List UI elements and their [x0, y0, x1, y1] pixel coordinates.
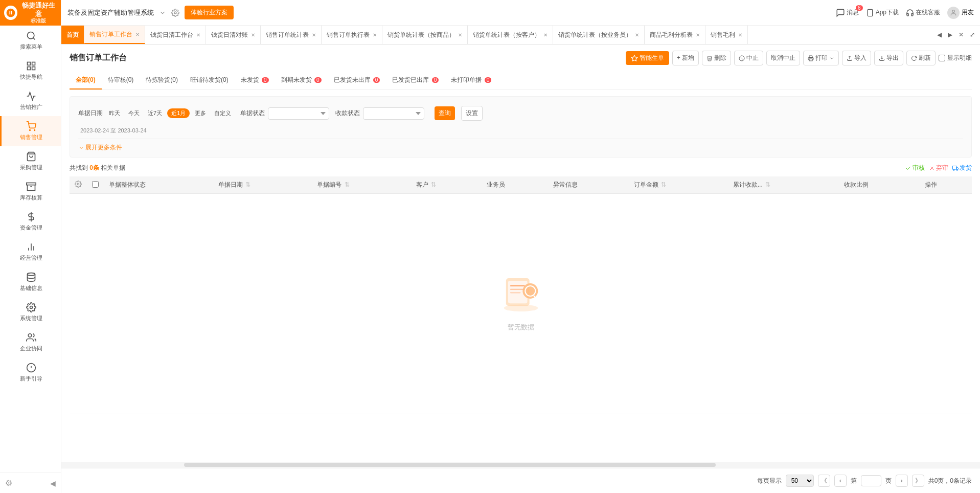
payment-select[interactable]	[363, 107, 424, 120]
tab-close-sales-order-stat[interactable]: ✕	[312, 32, 316, 38]
col-collected[interactable]: 累计收款... ⇅	[728, 176, 839, 194]
tab-cash-goods-account[interactable]: 钱货日清对账 ✕	[206, 26, 261, 44]
sidebar-item-guide[interactable]: 新手引导	[0, 357, 61, 388]
number-sort-icon[interactable]: ⇅	[345, 181, 350, 188]
col-settings[interactable]	[70, 176, 87, 194]
prev-page-btn[interactable]: ‹	[834, 475, 847, 487]
sidebar-settings-icon[interactable]: ⚙	[5, 478, 12, 488]
tab-close-cash-daily-clear[interactable]: ✕	[196, 32, 200, 38]
sub-tab-not-shipped[interactable]: 未发货 0	[235, 72, 275, 89]
date-btn-more[interactable]: 更多	[192, 108, 209, 118]
date-btn-today[interactable]: 今天	[125, 108, 143, 118]
col-customer[interactable]: 客户 ⇅	[411, 176, 482, 194]
tab-close-sales-stat-customer[interactable]: ✕	[543, 32, 548, 38]
next-page-btn[interactable]: ›	[896, 475, 908, 487]
refresh-button[interactable]: 刷新	[906, 51, 936, 65]
sidebar-collapse-icon[interactable]: ◀	[50, 479, 56, 487]
sub-tab-expired-not-shipped[interactable]: 到期未发货 0	[275, 72, 328, 89]
audit-btn[interactable]: 审核	[905, 164, 925, 172]
deliver-btn[interactable]: 发货	[952, 164, 972, 172]
sub-tab-shipped-out[interactable]: 已发货已出库 0	[386, 72, 445, 89]
tab-sales-gross[interactable]: 销售毛利 ✕	[705, 26, 748, 44]
app-download-item[interactable]: App下载	[866, 8, 899, 17]
tab-sales-stat-customer[interactable]: 销货单统计表（按客户） ✕	[468, 26, 553, 44]
online-service-item[interactable]: 在线客服	[906, 8, 940, 17]
tab-next-arrow[interactable]: ▶	[946, 30, 954, 39]
date-btn-1month[interactable]: 近1月	[167, 108, 190, 118]
print-dropdown-icon[interactable]	[829, 56, 834, 61]
tab-sales-order-stat[interactable]: 销售订单统计表 ✕	[261, 26, 322, 44]
sidebar-item-inventory[interactable]: 库存核算	[0, 176, 61, 207]
first-page-btn[interactable]: 《	[818, 475, 830, 487]
tab-close-sales-order-exec[interactable]: ✕	[373, 32, 377, 38]
settings-button[interactable]: 设置	[461, 106, 483, 121]
system-dropdown-icon[interactable]	[159, 9, 166, 16]
tab-prev-arrow[interactable]: ◀	[935, 30, 944, 39]
sidebar-item-basic-info[interactable]: 基础信息	[0, 267, 61, 297]
sidebar-item-marketing[interactable]: 营销推广	[0, 86, 61, 116]
stop-button[interactable]: 中止	[734, 51, 763, 65]
tab-close-product-margin[interactable]: ✕	[696, 32, 700, 38]
query-button[interactable]: 查询	[435, 106, 455, 120]
date-sort-icon[interactable]: ⇅	[245, 181, 250, 188]
expand-more-btn[interactable]: 展开更多条件	[78, 143, 963, 152]
sidebar-item-finance[interactable]: 资金管理	[0, 207, 61, 237]
sidebar-item-purchase[interactable]: 采购管理	[0, 146, 61, 176]
tab-close-sales-gross[interactable]: ✕	[738, 32, 742, 38]
col-checkbox[interactable]	[87, 176, 104, 194]
settings-icon[interactable]	[171, 9, 179, 17]
sidebar-item-quick-nav[interactable]: 快捷导航	[0, 56, 61, 86]
tab-close-cash-goods-account[interactable]: ✕	[251, 32, 255, 38]
export-button[interactable]: 导出	[874, 51, 903, 65]
import-button[interactable]: 导入	[842, 51, 871, 65]
collected-sort-icon[interactable]: ⇅	[765, 181, 770, 188]
page-size-select[interactable]: 50 100 200	[786, 475, 814, 487]
sidebar-item-search[interactable]: 搜索菜单	[0, 26, 61, 56]
cancel-stop-button[interactable]: 取消中止	[766, 51, 800, 65]
tab-close-sales-stat-staff[interactable]: ✕	[635, 32, 639, 38]
sub-tab-not-printed[interactable]: 未打印单据 0	[445, 72, 497, 89]
show-detail-label[interactable]: 显示明细	[939, 54, 972, 62]
customer-sort-icon[interactable]: ⇅	[431, 181, 436, 188]
col-amount[interactable]: 订单金额 ⇅	[629, 176, 728, 194]
tab-close-sales-stat-product[interactable]: ✕	[458, 32, 462, 38]
sidebar-item-operations[interactable]: 经营管理	[0, 237, 61, 267]
sub-tab-wangpu[interactable]: 旺铺待发货(0)	[184, 72, 235, 89]
user-menu[interactable]: 用友	[947, 7, 974, 19]
sidebar-item-system[interactable]: 系统管理	[0, 297, 61, 327]
select-all-checkbox[interactable]	[92, 181, 99, 188]
tab-sales-order-exec[interactable]: 销售订单执行表 ✕	[322, 26, 382, 44]
tab-sales-order-desk[interactable]: 销售订单工作台 ✕	[84, 26, 145, 44]
col-number[interactable]: 单据编号 ⇅	[312, 176, 411, 194]
sub-tab-shipped-not-out[interactable]: 已发货未出库 0	[328, 72, 386, 89]
add-button[interactable]: + 新增	[672, 51, 699, 65]
sidebar-item-enterprise[interactable]: 企业协同	[0, 327, 61, 357]
status-select[interactable]	[268, 107, 329, 120]
horizontal-scrollbar[interactable]	[61, 462, 980, 468]
sidebar-item-sales[interactable]: 销售管理	[0, 116, 61, 146]
tab-home[interactable]: 首页	[61, 26, 84, 44]
delete-button[interactable]: 删除	[702, 51, 731, 65]
page-number-input[interactable]: 1	[861, 475, 881, 486]
tab-close-all[interactable]: ✕	[956, 30, 966, 39]
tab-close-sales-order-desk[interactable]: ✕	[135, 32, 140, 37]
tab-sales-stat-staff[interactable]: 销货单统计表（按业务员） ✕	[553, 26, 645, 44]
amount-sort-icon[interactable]: ⇅	[661, 181, 666, 188]
print-button[interactable]: 打印	[803, 51, 839, 65]
smart-create-button[interactable]: 智能生单	[626, 51, 669, 65]
sub-tab-pending-review[interactable]: 待审核(0)	[102, 72, 140, 89]
tab-cash-daily-clear[interactable]: 钱货日清工作台 ✕	[145, 26, 206, 44]
date-btn-7days[interactable]: 近7天	[145, 108, 165, 118]
message-icon-item[interactable]: 6 消息	[836, 8, 859, 17]
solution-button[interactable]: 体验行业方案	[185, 6, 234, 19]
col-date[interactable]: 单据日期 ⇅	[213, 176, 312, 194]
tab-sales-stat-product[interactable]: 销货单统计表（按商品） ✕	[382, 26, 468, 44]
tab-expand-icon[interactable]: ⤢	[968, 30, 977, 39]
last-page-btn[interactable]: 》	[912, 475, 924, 487]
tab-product-margin[interactable]: 商品毛利分析表 ✕	[645, 26, 705, 44]
scrollbar-thumb[interactable]	[184, 463, 716, 467]
cancel-audit-btn[interactable]: 弃审	[929, 164, 948, 172]
date-btn-custom[interactable]: 自定义	[211, 108, 234, 118]
sub-tab-all[interactable]: 全部(0)	[70, 72, 102, 89]
show-detail-checkbox[interactable]	[939, 55, 945, 61]
